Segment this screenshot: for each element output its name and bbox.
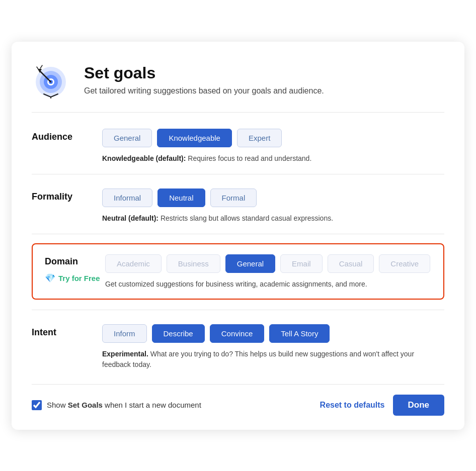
formality-desc-bold: Neutral (default): (102, 214, 158, 222)
intent-btn-inform[interactable]: Inform (102, 324, 147, 343)
formality-desc-text: Restricts slang but allows standard casu… (161, 214, 333, 222)
done-button[interactable]: Done (393, 395, 445, 416)
audience-label: Audience (32, 129, 102, 142)
domain-btn-business[interactable]: Business (167, 254, 220, 273)
domain-btn-creative[interactable]: Creative (379, 254, 430, 273)
set-goals-bold: Set Goals (68, 401, 103, 409)
domain-btn-general[interactable]: General (225, 254, 275, 273)
target-icon (32, 60, 72, 100)
set-goals-modal: Set goals Get tailored writing suggestio… (12, 42, 464, 430)
formality-content: Informal Neutral Formal Neutral (default… (102, 189, 444, 224)
main-sections: Audience General Knowledgeable Expert Kn… (32, 115, 444, 380)
domain-content: Academic Business General Email Casual C… (105, 254, 431, 290)
formality-section: Formality Informal Neutral Formal Neutra… (32, 174, 444, 234)
formality-description: Neutral (default): Restricts slang but a… (102, 213, 444, 224)
header-text: Set goals Get tailored writing suggestio… (84, 64, 324, 96)
domain-btn-group: Academic Business General Email Casual C… (105, 254, 431, 273)
try-free-label: Try for Free (58, 274, 100, 282)
intent-description: Experimental. What are you trying to do?… (102, 349, 444, 370)
domain-label-col: Domain 💎 Try for Free (45, 254, 105, 284)
footer-right: Reset to defaults Done (320, 395, 444, 416)
intent-btn-tell-a-story[interactable]: Tell A Story (269, 324, 330, 343)
modal-header: Set goals Get tailored writing suggestio… (32, 60, 444, 100)
audience-desc-bold: Knowledgeable (default): (102, 154, 186, 162)
audience-desc-text: Requires focus to read and understand. (188, 154, 311, 162)
audience-btn-group: General Knowledgeable Expert (102, 129, 444, 147)
header-divider (32, 112, 444, 113)
intent-btn-describe[interactable]: Describe (152, 324, 205, 343)
formality-label: Formality (32, 189, 102, 202)
intent-btn-convince[interactable]: Convince (210, 324, 265, 343)
try-for-free-link[interactable]: 💎 Try for Free (45, 273, 105, 284)
show-set-goals-checkbox[interactable] (32, 400, 42, 410)
intent-label: Intent (32, 324, 102, 338)
modal-subtitle: Get tailored writing suggestions based o… (84, 86, 324, 96)
domain-btn-email[interactable]: Email (280, 254, 323, 273)
audience-btn-general[interactable]: General (102, 129, 152, 147)
audience-description: Knowledgeable (default): Requires focus … (102, 153, 444, 164)
footer-left: Show Set Goals when I start a new docume… (32, 400, 201, 410)
modal-title: Set goals (84, 64, 324, 82)
formality-btn-formal[interactable]: Formal (210, 189, 257, 207)
audience-content: General Knowledgeable Expert Knowledgeab… (102, 129, 444, 164)
audience-btn-expert[interactable]: Expert (237, 129, 282, 147)
reset-defaults-button[interactable]: Reset to defaults (320, 396, 385, 415)
checkbox-text: Show Set Goals when I start a new docume… (47, 401, 201, 409)
modal-footer: Show Set Goals when I start a new docume… (32, 384, 444, 416)
domain-label: Domain (45, 254, 105, 267)
svg-line-8 (40, 65, 42, 68)
diamond-icon: 💎 (45, 273, 55, 284)
domain-btn-casual[interactable]: Casual (328, 254, 374, 273)
intent-section: Intent Inform Describe Convince Tell A S… (32, 310, 444, 380)
domain-section-wrapper: Domain 💎 Try for Free Academic Business … (32, 234, 444, 310)
intent-btn-group: Inform Describe Convince Tell A Story (102, 324, 444, 343)
formality-btn-group: Informal Neutral Formal (102, 189, 444, 207)
svg-line-7 (37, 67, 39, 70)
intent-desc-bold: Experimental. (102, 350, 148, 358)
audience-btn-knowledgeable[interactable]: Knowledgeable (157, 129, 232, 147)
formality-btn-informal[interactable]: Informal (102, 189, 152, 207)
intent-content: Inform Describe Convince Tell A Story Ex… (102, 324, 444, 370)
domain-box: Domain 💎 Try for Free Academic Business … (32, 243, 444, 300)
show-set-goals-label[interactable]: Show Set Goals when I start a new docume… (32, 400, 201, 410)
intent-desc-text: What are you trying to do? This helps us… (102, 350, 414, 368)
formality-btn-neutral[interactable]: Neutral (157, 189, 205, 207)
audience-section: Audience General Knowledgeable Expert Kn… (32, 115, 444, 174)
domain-btn-academic[interactable]: Academic (105, 254, 162, 273)
domain-description: Get customized suggestions for business … (105, 279, 431, 290)
